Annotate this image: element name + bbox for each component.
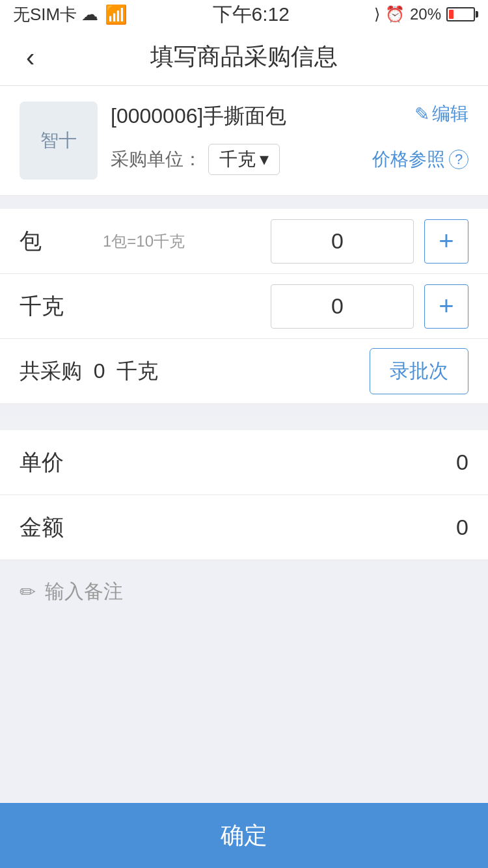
amount-label: 金额 [20,513,64,543]
remark-placeholder: 输入备注 [45,578,123,605]
nav-bar: ‹ 填写商品采购信息 [0,29,488,86]
wifi-icon: 📶 [105,4,128,25]
product-info: [0000006]手撕面包 ✎ 编辑 采购单位： 千克 ▾ 价格参照 ? [111,102,468,175]
purchase-unit-label: 采购单位： [111,147,202,172]
battery-indicator [446,7,475,21]
product-row2: 采购单位： 千克 ▾ 价格参照 ? [111,144,468,175]
kg-row: 千克 + [0,274,488,339]
product-image: 智十 [20,102,98,180]
kg-input[interactable] [271,284,414,329]
price-info-section: 单价 0 金额 0 [0,430,488,560]
bag-input-section: 包 1包=10千克 + [0,209,488,274]
bag-sublabel: 1包=10千克 [103,231,185,252]
edit-label: 编辑 [432,102,468,126]
help-icon[interactable]: ? [449,150,468,169]
bag-plus-button[interactable]: + [424,219,468,264]
summary-prefix: 共采购 [20,359,82,383]
summary-section: 共采购 0 千克 录批次 [0,339,488,404]
status-time: 下午6:12 [213,1,290,28]
pencil-icon: ✏ [20,580,36,603]
product-row1: [0000006]手撕面包 ✎ 编辑 [111,102,468,131]
summary-value: 0 [94,359,105,383]
divider-2 [0,404,488,417]
remark-section[interactable]: ✏ 输入备注 [0,560,488,623]
kg-label: 千克 [20,292,98,321]
back-button[interactable]: ‹ [20,38,41,77]
dropdown-icon: ▾ [260,148,269,170]
bag-row: 包 1包=10千克 + [0,209,488,274]
price-ref-button[interactable]: 价格参照 ? [372,147,468,172]
price-ref-label: 价格参照 [372,147,445,172]
status-bar: 无SIM卡 ☁ 📶 下午6:12 ⟩ ⏰ 20% [0,0,488,29]
purchase-unit: 采购单位： 千克 ▾ [111,144,280,175]
unit-price-value: 0 [456,450,468,475]
record-batch-button[interactable]: 录批次 [370,348,468,394]
location-icon: ⟩ [374,5,380,23]
unit-select[interactable]: 千克 ▾ [208,144,280,175]
alarm-icon: ⏰ [385,5,405,23]
product-logo: 智十 [40,128,77,153]
status-left: 无SIM卡 ☁ 📶 [13,3,128,26]
edit-icon: ✎ [414,103,429,125]
unit-price-label: 单价 [20,448,64,478]
edit-button[interactable]: ✎ 编辑 [414,102,468,126]
summary-row: 共采购 0 千克 录批次 [0,339,488,404]
battery-pct: 20% [410,5,441,23]
summary-suffix: 千克 [116,359,158,383]
bag-input[interactable] [271,219,414,264]
battery-fill [449,10,454,19]
amount-row: 金额 0 [0,495,488,560]
summary-text: 共采购 0 千克 [20,357,158,386]
kg-plus-button[interactable]: + [424,284,468,329]
divider-1 [0,196,488,209]
product-name: [0000006]手撕面包 [111,102,286,131]
unit-value: 千克 [219,147,256,172]
page-title: 填写商品采购信息 [150,41,338,73]
unit-price-row: 单价 0 [0,430,488,495]
confirm-button[interactable]: 确定 [0,803,488,868]
status-right: ⟩ ⏰ 20% [374,5,475,23]
kg-input-section: 千克 + [0,274,488,339]
no-sim-text: 无SIM卡 ☁ [13,3,98,26]
product-card: 智十 [0000006]手撕面包 ✎ 编辑 采购单位： 千克 ▾ 价格参照 ? [0,86,488,196]
amount-value: 0 [456,515,468,540]
bag-label: 包 [20,226,98,256]
